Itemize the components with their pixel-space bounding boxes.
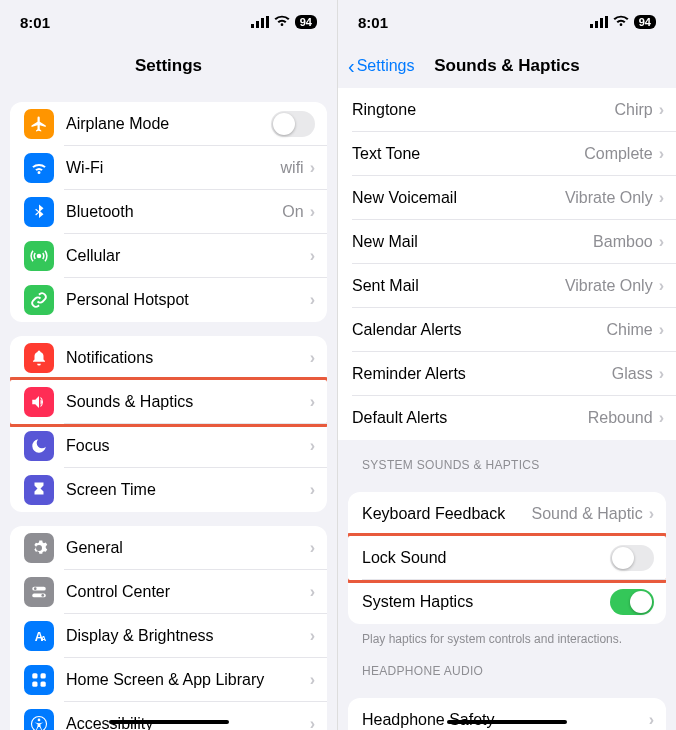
section-header-headphone: HEADPHONE AUDIO: [338, 646, 676, 684]
row-label: Display & Brightness: [66, 627, 310, 645]
row-label: Personal Hotspot: [66, 291, 310, 309]
chevron-right-icon: ›: [659, 189, 664, 207]
row-ringtone[interactable]: RingtoneChirp›: [338, 88, 676, 132]
svg-rect-24: [605, 16, 608, 28]
row-sounds-haptics[interactable]: Sounds & Haptics›: [10, 380, 327, 424]
status-time: 8:01: [20, 14, 50, 31]
back-button[interactable]: ‹ Settings: [348, 56, 414, 76]
row-general[interactable]: General›: [10, 526, 327, 570]
toggle-system-haptics[interactable]: [610, 589, 654, 615]
row-label: Bluetooth: [66, 203, 282, 221]
row-accessibility[interactable]: Accessibility›: [10, 702, 327, 730]
row-label: Keyboard Feedback: [362, 505, 531, 523]
row-calendar-alerts[interactable]: Calendar AlertsChime›: [338, 308, 676, 352]
row-detail: wifi: [281, 159, 304, 177]
row-home-screen[interactable]: Home Screen & App Library›: [10, 658, 327, 702]
sounds-group: RingtoneChirp›Text ToneComplete›New Voic…: [338, 88, 676, 440]
bell-icon: [24, 343, 54, 373]
nav-bar: ‹ Settings Sounds & Haptics: [338, 44, 676, 88]
toggle-airplane-mode[interactable]: [271, 111, 315, 137]
row-label: General: [66, 539, 310, 557]
row-control-center[interactable]: Control Center›: [10, 570, 327, 614]
row-focus[interactable]: Focus›: [10, 424, 327, 468]
chevron-right-icon: ›: [659, 101, 664, 119]
settings-group: General›Control Center›AADisplay & Brigh…: [10, 526, 327, 730]
row-screen-time[interactable]: Screen Time›: [10, 468, 327, 512]
row-new-voicemail[interactable]: New VoicemailVibrate Only›: [338, 176, 676, 220]
row-hotspot[interactable]: Personal Hotspot›: [10, 278, 327, 322]
row-detail: Complete: [584, 145, 652, 163]
row-notifications[interactable]: Notifications›: [10, 336, 327, 380]
row-wifi[interactable]: Wi-Fiwifi›: [10, 146, 327, 190]
cellular-icon: [24, 241, 54, 271]
settings-group: Notifications›Sounds & Haptics›Focus›Scr…: [10, 336, 327, 512]
row-new-mail[interactable]: New MailBamboo›: [338, 220, 676, 264]
wifi-icon: [24, 153, 54, 183]
row-lock-sound[interactable]: Lock Sound: [348, 536, 666, 580]
row-airplane-mode[interactable]: Airplane Mode: [10, 102, 327, 146]
page-title: Settings: [135, 56, 202, 76]
chevron-right-icon: ›: [310, 481, 315, 499]
section-header-system: SYSTEM SOUNDS & HAPTICS: [338, 440, 676, 478]
airplane-icon: [24, 109, 54, 139]
row-detail: Chime: [606, 321, 652, 339]
row-detail: Glass: [612, 365, 653, 383]
svg-rect-23: [600, 18, 603, 28]
sounds-list[interactable]: RingtoneChirp›Text ToneComplete›New Voic…: [338, 88, 676, 730]
headphone-group: Headphone Safety›Personalized Spatial Au…: [348, 698, 666, 730]
toggle-lock-sound[interactable]: [610, 545, 654, 571]
row-label: Cellular: [66, 247, 310, 265]
svg-point-8: [41, 594, 44, 597]
row-text-tone[interactable]: Text ToneComplete›: [338, 132, 676, 176]
row-detail: Rebound: [588, 409, 653, 427]
grid-icon: [24, 665, 54, 695]
row-label: New Mail: [352, 233, 593, 251]
row-display[interactable]: AADisplay & Brightness›: [10, 614, 327, 658]
row-system-haptics[interactable]: System Haptics: [348, 580, 666, 624]
status-bar: 8:01 94: [0, 0, 337, 44]
row-cellular[interactable]: Cellular›: [10, 234, 327, 278]
chevron-right-icon: ›: [310, 583, 315, 601]
row-label: Calendar Alerts: [352, 321, 606, 339]
battery-indicator: 94: [295, 15, 317, 29]
home-indicator[interactable]: [447, 720, 567, 724]
switches-icon: [24, 577, 54, 607]
row-reminder-alerts[interactable]: Reminder AlertsGlass›: [338, 352, 676, 396]
row-label: Control Center: [66, 583, 310, 601]
row-label: Lock Sound: [362, 549, 610, 567]
accessibility-icon: [24, 709, 54, 730]
chevron-left-icon: ‹: [348, 56, 355, 76]
row-keyboard-feedback[interactable]: Keyboard FeedbackSound & Haptic›: [348, 492, 666, 536]
row-label: Reminder Alerts: [352, 365, 612, 383]
svg-rect-2: [261, 18, 264, 28]
chevron-right-icon: ›: [659, 321, 664, 339]
back-label: Settings: [357, 57, 415, 75]
svg-rect-0: [251, 24, 254, 28]
chevron-right-icon: ›: [659, 409, 664, 427]
row-default-alerts[interactable]: Default AlertsRebound›: [338, 396, 676, 440]
row-headphone-safety[interactable]: Headphone Safety›: [348, 698, 666, 730]
battery-indicator: 94: [634, 15, 656, 29]
signal-icon: [590, 13, 608, 31]
settings-list[interactable]: Airplane ModeWi-Fiwifi›BluetoothOn›Cellu…: [0, 88, 337, 730]
svg-rect-14: [41, 682, 46, 687]
svg-rect-22: [595, 21, 598, 28]
link-icon: [24, 285, 54, 315]
row-label: System Haptics: [362, 593, 610, 611]
home-indicator[interactable]: [109, 720, 229, 724]
row-label: Default Alerts: [352, 409, 588, 427]
chevron-right-icon: ›: [310, 671, 315, 689]
settings-screen: 8:01 94 Settings Airplane ModeWi-Fiwifi›…: [0, 0, 338, 730]
chevron-right-icon: ›: [659, 365, 664, 383]
svg-rect-12: [41, 673, 46, 678]
row-label: Home Screen & App Library: [66, 671, 310, 689]
row-bluetooth[interactable]: BluetoothOn›: [10, 190, 327, 234]
svg-rect-3: [266, 16, 269, 28]
chevron-right-icon: ›: [649, 505, 654, 523]
status-time: 8:01: [358, 14, 388, 31]
row-sent-mail[interactable]: Sent MailVibrate Only›: [338, 264, 676, 308]
svg-point-4: [38, 255, 41, 258]
nav-bar: Settings: [0, 44, 337, 88]
chevron-right-icon: ›: [659, 233, 664, 251]
section-footer-system: Play haptics for system controls and int…: [338, 624, 676, 646]
